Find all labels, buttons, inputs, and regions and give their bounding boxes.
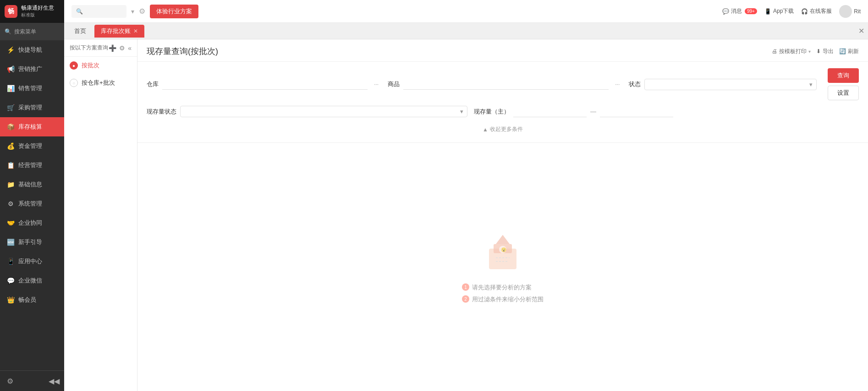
tab-home[interactable]: 首页 [68, 25, 93, 38]
warehouse-input[interactable] [162, 79, 368, 90]
stock-qty-input2[interactable] [600, 106, 673, 117]
jichu-icon: 📁 [6, 180, 15, 189]
scheme-item-pici[interactable]: ● 按批次 [64, 57, 137, 74]
sidebar-item-xiaoshou[interactable]: 📊 销售管理 [0, 79, 64, 98]
filter-panel-title: 按以下方案查询 [70, 44, 108, 52]
export-label: 导出 [823, 48, 834, 55]
sidebar-item-qiyeweixin[interactable]: 💬 企业微信 [0, 271, 64, 290]
topbar-settings-icon[interactable]: ⚙ [139, 7, 145, 16]
sidebar: 畅 畅康通好生意 标准版 🔍 搜索菜单 ⚡ 快捷导航 📢 营销推广 📊 销售管理… [0, 0, 64, 391]
filter-row-2: 现存量状态 ▾ 现存量（主） — [147, 106, 859, 117]
sidebar-item-label: 新手引导 [18, 238, 42, 246]
collapse-conditions-btn[interactable]: ▲ 收起更多条件 [147, 123, 859, 136]
collapse-up-icon: ▲ [483, 126, 488, 133]
tip-text-2: 用过滤条件来缩小分析范围 [472, 295, 544, 304]
jingying-icon: 📋 [6, 161, 15, 169]
app-download-btn[interactable]: 📱 App下载 [764, 7, 794, 15]
empty-tip-2: 2 用过滤条件来缩小分析范围 [462, 295, 544, 304]
yingyong-icon: 📱 [6, 257, 15, 266]
topbar-search-icon: 🔍 [76, 8, 83, 15]
xinshou-icon: 🆕 [6, 238, 15, 246]
filter-panel-header: 按以下方案查询 ➕ ⚙ « [64, 39, 137, 57]
refresh-btn[interactable]: 🔄 刷新 [839, 48, 859, 55]
sidebar-item-label: 销售管理 [18, 84, 42, 92]
empty-state: 😮 1 请先选择要分析的方案 2 用过滤条件来缩小分析范围 [137, 143, 868, 391]
stock-qty-input[interactable] [513, 106, 587, 117]
topbar-dropdown-icon[interactable]: ▾ [131, 8, 134, 15]
filter-panel-header-actions: ➕ ⚙ « [109, 44, 132, 52]
user-avatar [839, 5, 852, 18]
filter-conditions: 仓库 ··· 商品 ··· 状态 ▾ [137, 62, 868, 143]
sidebar-item-label: 基础信息 [18, 180, 42, 189]
messages-btn[interactable]: 💬 消息 99+ [722, 7, 757, 15]
filter-field-product: 商品 ··· [388, 79, 622, 90]
page-header: 现存量查询(按批次) 🖨 按模板打印 ▾ ⬇ 导出 🔄 刷新 [137, 39, 868, 62]
page-title: 现存量查询(按批次) [147, 46, 218, 57]
sidebar-item-label: 企业协同 [18, 219, 42, 227]
collapse-filter-panel-btn[interactable]: « [128, 44, 132, 52]
warehouse-more-icon[interactable]: ··· [371, 80, 381, 88]
stock-status-select[interactable]: ▾ [180, 106, 467, 117]
sidebar-search[interactable]: 🔍 搜索菜单 [0, 23, 64, 40]
scheme-pici-label: 按批次 [82, 61, 99, 70]
sidebar-item-kuaijie[interactable]: ⚡ 快捷导航 [0, 40, 64, 60]
product-input[interactable] [403, 79, 609, 90]
add-scheme-btn[interactable]: ➕ [109, 44, 116, 52]
sidebar-item-kucun[interactable]: 📦 库存核算 [0, 117, 64, 136]
sidebar-item-caigou[interactable]: 🛒 采购管理 [0, 98, 64, 117]
trial-btn[interactable]: 体验行业方案 [150, 5, 198, 18]
print-btn[interactable]: 🖨 按模板打印 ▾ [772, 48, 811, 55]
scheme-item-cangku-pici[interactable]: ○ 按仓库+批次 [64, 74, 137, 92]
collapse-sidebar-btn[interactable]: ◀◀ [49, 375, 60, 386]
caigou-icon: 🛒 [6, 103, 15, 112]
settings-button[interactable]: 设置 [828, 86, 859, 100]
sidebar-item-label: 采购管理 [18, 103, 42, 112]
app-download-icon: 📱 [764, 8, 771, 15]
collapse-label: 收起更多条件 [490, 125, 523, 133]
sidebar-item-label: 畅会员 [18, 296, 36, 304]
topbar-right: 💬 消息 99+ 📱 App下载 🎧 在线客服 Rit [722, 5, 861, 18]
zijin-icon: 💰 [6, 142, 15, 150]
app-name: 畅康通好生意 [21, 5, 54, 12]
close-all-tabs-btn[interactable]: ✕ [858, 27, 864, 35]
sidebar-item-yingyong[interactable]: 📱 应用中心 [0, 252, 64, 271]
page-body: 按以下方案查询 ➕ ⚙ « ● 按批次 ○ 按仓库+批次 现存量查询(按批次) [64, 39, 868, 391]
svg-text:😮: 😮 [501, 247, 507, 253]
sidebar-item-jingying[interactable]: 📋 经营管理 [0, 156, 64, 175]
sidebar-item-yingxiao[interactable]: 📢 营销推广 [0, 60, 64, 79]
scheme-settings-btn[interactable]: ⚙ [119, 44, 125, 52]
sidebar-item-label: 快捷导航 [18, 46, 42, 54]
sidebar-item-qiyexietong[interactable]: 🤝 企业协同 [0, 213, 64, 233]
sidebar-item-changhui[interactable]: 👑 畅会员 [0, 290, 64, 310]
stock-qty-label: 现存量（主） [474, 108, 510, 116]
product-more-icon[interactable]: ··· [612, 80, 622, 88]
tab-kucun-pici[interactable]: 库存批次账 ✕ [94, 25, 144, 38]
query-button[interactable]: 查询 [828, 68, 859, 83]
online-service-btn[interactable]: 🎧 在线客服 [801, 7, 832, 15]
online-service-label: 在线客服 [810, 7, 832, 15]
tab-close-icon[interactable]: ✕ [133, 28, 138, 34]
print-dropdown-icon[interactable]: ▾ [808, 49, 811, 54]
sidebar-item-xinshou[interactable]: 🆕 新手引导 [0, 233, 64, 252]
sidebar-item-zijin[interactable]: 💰 资金管理 [0, 136, 64, 156]
filter-field-stock-qty: 现存量（主） — [474, 106, 859, 117]
messages-icon: 💬 [722, 8, 729, 15]
export-btn[interactable]: ⬇ 导出 [816, 48, 834, 55]
sidebar-item-label: 企业微信 [18, 277, 42, 285]
status-label: 状态 [629, 80, 641, 88]
tab-kucun-pici-label: 库存批次账 [101, 27, 131, 35]
topbar-search-box[interactable]: 🔍 [71, 5, 126, 18]
sidebar-item-label: 应用中心 [18, 257, 42, 266]
status-select-chevron: ▾ [809, 81, 813, 88]
sidebar-item-xitong[interactable]: ⚙ 系统管理 [0, 194, 64, 213]
sidebar-item-jichu[interactable]: 📁 基础信息 [0, 175, 64, 194]
settings-bottom-icon[interactable]: ⚙ [5, 375, 16, 386]
status-select[interactable]: ▾ [644, 79, 817, 90]
user-menu[interactable]: Rit [839, 5, 861, 18]
empty-tips: 1 请先选择要分析的方案 2 用过滤条件来缩小分析范围 [462, 283, 544, 304]
tip-num-2: 2 [462, 295, 469, 303]
scheme-inactive-icon: ○ [70, 79, 78, 87]
filter-field-stock-status: 现存量状态 ▾ [147, 106, 467, 117]
page-header-actions: 🖨 按模板打印 ▾ ⬇ 导出 🔄 刷新 [772, 48, 859, 55]
empty-tip-1: 1 请先选择要分析的方案 [462, 283, 544, 292]
